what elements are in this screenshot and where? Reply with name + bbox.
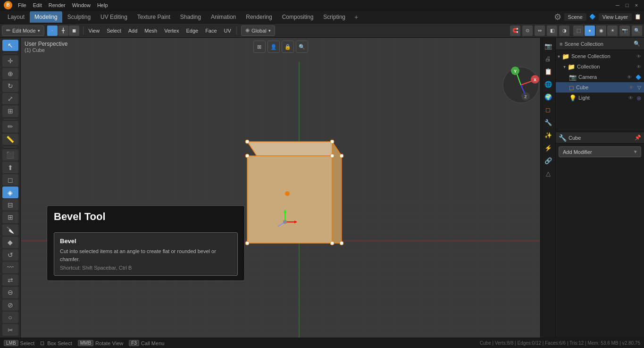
viewport[interactable]: X Y Z User Perspective (1) Cube ⊞ 👤 🔒 🔍 … [21,38,540,338]
move-btn[interactable]: ⊕ [2,68,18,79]
add-modifier-button[interactable]: Add Modifier ▾ [559,146,641,157]
magnet-btn[interactable]: 🧲 [510,25,520,36]
measure-btn[interactable]: 📏 [2,134,18,145]
minimize-button[interactable]: ─ [614,1,621,9]
xray-btn[interactable]: ◧ [547,25,557,36]
props-particles-icon[interactable]: ✨ [542,129,554,141]
cube-eye[interactable]: 👁 [629,85,634,90]
offset-edge-loop-btn[interactable]: ⊞ [2,212,18,223]
props-world-icon[interactable]: 🌍 [542,91,554,103]
face-menu[interactable]: Face [202,25,219,36]
mirror-btn[interactable]: ⇔ [535,25,545,36]
tab-sculpting[interactable]: Sculpting [63,11,95,23]
status-right-info: Cube | Verts:8/8 | Edges:0/12 | Faces:6/… [480,340,640,346]
scale-btn[interactable]: ⤢ [2,93,18,104]
loop-cut-btn[interactable]: ⊟ [2,199,18,211]
outliner-collection[interactable]: ▾ 📁 Collection 👁 [556,61,644,72]
annotate-btn[interactable]: ✏ [2,121,18,132]
face-mode-btn[interactable]: ◼ [69,25,79,36]
rip-btn[interactable]: ✂ [2,324,18,335]
focus-icon[interactable]: 🔍 [296,41,308,53]
transform-icon: ⊕ [245,27,250,34]
mode-selector[interactable]: ✏ Edit Mode ▾ [2,25,44,36]
render-settings-icon[interactable]: ⚙ [554,12,561,22]
light-eye[interactable]: 👁 [628,95,633,101]
edge-mode-btn[interactable]: ╋ [58,25,68,36]
select-menu[interactable]: Select [104,25,124,36]
search-btn[interactable]: 🔍 [632,25,642,36]
props-scene-icon[interactable]: 🌐 [542,78,554,90]
collection-eye[interactable]: 👁 [636,64,641,69]
knife-btn[interactable]: 🔪 [2,224,18,236]
tab-shading[interactable]: Shading [176,11,206,23]
mesh-menu[interactable]: Mesh [142,25,160,36]
tab-uv-editing[interactable]: UV Editing [96,11,132,23]
viewport-lock-icon[interactable]: 🔒 [282,41,294,53]
props-output-icon[interactable]: 🖨 [542,52,554,65]
material-shading-btn[interactable]: ◉ [596,25,606,36]
props-physics-icon[interactable]: ⚡ [542,142,554,154]
props-render-icon[interactable]: 📷 [542,40,554,52]
props-view-layer-icon[interactable]: 📋 [542,65,554,77]
vertex-menu[interactable]: Vertex [161,25,182,36]
menu-help[interactable]: Help [94,1,111,9]
uv-menu[interactable]: UV [221,25,234,36]
pin-icon[interactable]: 📌 [635,135,641,141]
tab-compositing[interactable]: Compositing [277,11,318,23]
view-layer-selector[interactable]: View Layer [599,13,632,21]
proportional-btn[interactable]: ⊙ [522,25,533,36]
transform-btn[interactable]: ⊞ [2,105,18,117]
menu-edit[interactable]: Edit [30,1,45,9]
vertex-mode-btn[interactable]: ⬝ [47,25,58,36]
outliner-filter-icon[interactable]: 🔍 [634,41,640,47]
menu-window[interactable]: Window [69,1,93,9]
shear-btn[interactable]: ⊘ [2,299,18,311]
tab-texture-paint[interactable]: Texture Paint [133,11,175,23]
gizmo-icon[interactable]: 👤 [268,41,280,53]
spin-btn[interactable]: ↺ [2,249,18,261]
tab-layout[interactable]: Layout [3,11,29,23]
add-workspace-button[interactable]: + [351,13,362,21]
rendered-shading-btn[interactable]: ☀ [607,25,618,36]
tab-animation[interactable]: Animation [206,11,241,23]
tab-modeling[interactable]: Modeling [30,11,62,23]
view-menu[interactable]: View [86,25,103,36]
bevel-btn[interactable]: ◈ [2,187,18,198]
grid-icon[interactable]: ⊞ [253,41,266,53]
maximize-button[interactable]: □ [623,1,631,9]
scene-selector[interactable]: Scene [564,13,586,21]
camera-btn[interactable]: 📷 [619,25,630,36]
rotate-btn[interactable]: ↻ [2,80,18,92]
to-sphere-btn[interactable]: ○ [2,312,18,323]
solid-shading-btn[interactable]: ● [585,25,595,36]
add-menu[interactable]: Add [125,25,141,36]
wireframe-shading-btn[interactable]: ⬚ [573,25,584,36]
props-modifier-icon[interactable]: 🔧 [542,116,554,128]
menu-render[interactable]: Render [46,1,68,9]
outliner-camera[interactable]: 📷 Camera 👁 🔷 [556,72,644,82]
camera-eye[interactable]: 👁 [627,75,632,80]
props-constraints-icon[interactable]: 🔗 [542,154,554,167]
extrude-btn[interactable]: ⬆ [2,161,18,173]
outliner-light[interactable]: 💡 Light 👁 ◎ [556,93,644,103]
add-cube-btn[interactable]: ⬛ [2,149,18,161]
scene-collection-eye[interactable]: 👁 [636,54,641,59]
select-tool-btn[interactable]: ↖ [2,40,18,51]
outliner-cube[interactable]: ◻ Cube 👁 ▽ [556,82,644,93]
outliner-scene-collection[interactable]: ▾ 📁 Scene Collection 👁 [556,51,644,61]
edge-slide-btn[interactable]: ⇄ [2,274,18,286]
close-button[interactable]: × [633,1,640,9]
transform-selector[interactable]: ⊕ Global ▾ [241,25,275,36]
menu-file[interactable]: File [15,1,29,9]
smooth-btn[interactable]: 〰 [2,262,18,273]
props-object-icon[interactable]: ◻ [542,103,554,116]
overlay-btn[interactable]: ◑ [559,25,569,36]
shrink-btn[interactable]: ⊖ [2,287,18,298]
tab-scripting[interactable]: Scripting [318,11,350,23]
cursor-btn[interactable]: ✛ [2,55,18,67]
inset-faces-btn[interactable]: ◻ [2,174,18,186]
edge-menu[interactable]: Edge [183,25,201,36]
tab-rendering[interactable]: Rendering [241,11,276,23]
props-data-icon[interactable]: △ [542,167,554,179]
polypen-btn[interactable]: ◆ [2,237,18,248]
